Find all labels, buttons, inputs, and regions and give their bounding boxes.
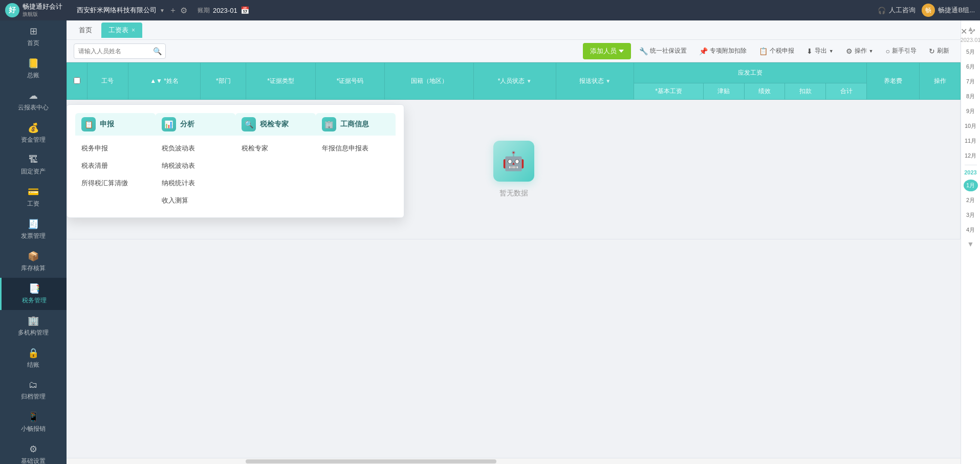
sidebar-item-inventory[interactable]: 📦 库存核算 [0, 246, 67, 278]
sidebar-item-cloud[interactable]: ☁ 云报表中心 [0, 85, 67, 117]
sidebar-item-basic[interactable]: ⚙ 基础设置 [0, 438, 67, 464]
search-input[interactable] [78, 48, 150, 55]
right-panel-down-arrow[interactable]: ▼ [965, 238, 976, 250]
month-6[interactable]: 6月 [961, 60, 980, 74]
sidebar-item-xiaochang[interactable]: 📱 小畅报销 [0, 406, 67, 438]
top-bar: 好 畅捷通好会计 旗舰版 西安虾米网络科技有限公司 ▼ ＋ ⚙ 账期 2023-… [0, 0, 980, 20]
user-name: 畅捷通B组... [938, 6, 975, 15]
send-status-filter-icon[interactable]: ▼ [605, 78, 611, 84]
col-header-deduction: 扣款 [785, 83, 826, 100]
month-10[interactable]: 10月 [961, 119, 980, 133]
search-icon[interactable]: 🔍 [153, 47, 162, 55]
sidebar-item-invoice[interactable]: 🧾 发票管理 [0, 213, 67, 246]
month-5[interactable]: 5月 [961, 45, 980, 59]
export-button[interactable]: ⬇ 导出 ▼ [802, 43, 838, 59]
category-fenxi: 📊 分析 税负波动表 纳税波动表 纳税统计表 收入测算 [156, 113, 236, 209]
operation-button[interactable]: ⚙ 操作 ▼ [842, 43, 878, 59]
sidebar-item-close[interactable]: 🔒 结账 [0, 342, 67, 374]
sidebar-label-xiaochang: 小畅报销 [21, 425, 46, 433]
month-7[interactable]: 7月 [961, 75, 980, 89]
category-shuijian-header: 🔍 税检专家 [235, 113, 316, 136]
month-11[interactable]: 11月 [961, 134, 980, 148]
scrollbar-thumb[interactable] [246, 459, 496, 463]
item-tax-table-list[interactable]: 税表清册 [75, 157, 156, 174]
item-annual-report[interactable]: 年报信息申报表 [316, 140, 396, 157]
item-income-estimate[interactable]: 收入测算 [156, 192, 236, 209]
tax-return-label: 个税申报 [770, 47, 794, 55]
social-insurance-button[interactable]: 🔧 统一社保设置 [635, 43, 691, 59]
search-wrap[interactable]: 🔍 [74, 43, 166, 59]
sidebar-item-assets[interactable]: 🏗 固定资产 [0, 149, 67, 181]
sidebar-item-salary[interactable]: 💳 工资 [0, 181, 67, 213]
month-9[interactable]: 9月 [961, 104, 980, 118]
company-name: 西安虾米网络科技有限公司 [77, 6, 157, 15]
category-gongshang-header: 🏢 工商信息 [316, 113, 396, 136]
item-tax-declaration[interactable]: 税务申报 [75, 140, 156, 157]
sidebar-item-multi[interactable]: 🏢 多机构管理 [0, 310, 67, 342]
user-menu[interactable]: 畅 畅捷通B组... [922, 4, 975, 17]
horizontal-scrollbar[interactable] [67, 458, 961, 464]
operation-dropdown-icon: ▼ [869, 49, 874, 54]
salary-icon: 💳 [28, 186, 39, 197]
period-selector[interactable]: 账期 2023-01 📅 [198, 6, 249, 15]
col-header-allowance: 津贴 [703, 83, 744, 100]
sidebar-item-fund[interactable]: 💰 资金管理 [0, 117, 67, 149]
toolbar-right: 添加人员 🔧 统一社保设置 📌 专项附加扣除 📋 个税申报 ⬇ 导 [583, 43, 953, 59]
col-header-checkbox[interactable] [67, 63, 88, 100]
sidebar: ⊞ 首页 📒 总账 ☁ 云报表中心 💰 资金管理 🏗 固定资产 💳 工资 🧾 发… [0, 20, 67, 464]
refresh-button[interactable]: ↻ 刷新 [925, 43, 953, 59]
sidebar-item-tax[interactable]: 📑 税务管理 [0, 278, 67, 310]
item-tax-payment-table[interactable]: 纳税波动表 [156, 157, 236, 174]
fund-icon: 💰 [28, 122, 39, 134]
special-deduction-label: 专项附加扣除 [710, 47, 747, 55]
ledger-icon: 📒 [28, 58, 39, 69]
tab-home[interactable]: 首页 [72, 23, 99, 38]
right-panel-separator [965, 165, 977, 165]
main-content: 首页 工资表 × 🔍 添加人员 🔧 统一社保设置 [67, 20, 961, 464]
add-person-button[interactable]: 添加人员 [583, 43, 631, 59]
tax-return-button[interactable]: 📋 个税申报 [755, 43, 798, 59]
special-deduction-button[interactable]: 📌 专项附加扣除 [695, 43, 751, 59]
export-icon: ⬇ [807, 47, 813, 55]
maximize-icon[interactable]: ⤢ [969, 27, 976, 36]
headset-icon: 🎧 [878, 7, 886, 14]
col-header-base-salary: *基本工资 [634, 83, 704, 100]
social-icon: 🔧 [639, 47, 648, 55]
company-selector[interactable]: 西安虾米网络科技有限公司 ▼ [77, 6, 165, 15]
refresh-icon: ↻ [929, 47, 935, 55]
tab-close-button[interactable]: × [132, 27, 135, 34]
deduction-icon: 📌 [699, 47, 708, 55]
month-2[interactable]: 2月 [961, 193, 980, 207]
item-tax-expert[interactable]: 税检专家 [235, 140, 316, 157]
month-4[interactable]: 4月 [961, 223, 980, 237]
home-icon: ⊞ [30, 26, 37, 37]
month-3[interactable]: 3月 [961, 208, 980, 222]
company-settings-button[interactable]: ⚙ [180, 6, 187, 15]
sidebar-label-salary: 工资 [27, 200, 39, 208]
sidebar-label-close: 结账 [27, 361, 39, 369]
category-gongshang: 🏢 工商信息 年报信息申报表 [316, 113, 396, 209]
right-panel: ▲ 2023.01 5月 6月 7月 8月 9月 10月 11月 12月 202… [961, 20, 980, 464]
close-tab-icon[interactable]: ✕ [961, 27, 967, 36]
item-tax-burden-table[interactable]: 税负波动表 [156, 140, 236, 157]
status-filter-icon[interactable]: ▼ [527, 78, 532, 84]
col-header-id: 工号 [88, 63, 128, 100]
select-all-checkbox[interactable] [74, 77, 80, 84]
add-company-button[interactable]: ＋ [169, 5, 177, 16]
category-fenxi-header: 📊 分析 [156, 113, 236, 136]
sidebar-item-ledger[interactable]: 📒 总账 [0, 53, 67, 85]
col-header-name: ▲▼ *姓名 [128, 63, 201, 100]
tab-salary-table[interactable]: 工资表 × [101, 23, 142, 38]
month-1-active[interactable]: 1月 [964, 180, 978, 191]
month-12[interactable]: 12月 [961, 149, 980, 163]
item-income-tax-settle[interactable]: 所得税汇算清缴 [75, 174, 156, 192]
support-button[interactable]: 🎧 人工咨询 [878, 6, 916, 15]
month-8[interactable]: 8月 [961, 90, 980, 103]
item-tax-stat-table[interactable]: 纳税统计表 [156, 174, 236, 192]
sidebar-item-home[interactable]: ⊞ 首页 [0, 20, 67, 53]
calendar-icon[interactable]: 📅 [241, 6, 249, 14]
sidebar-label-inventory: 库存核算 [21, 264, 46, 273]
guide-button[interactable]: ○ 新手引导 [882, 43, 921, 59]
sidebar-item-archive[interactable]: 🗂 归档管理 [0, 374, 67, 406]
company-dropdown-icon[interactable]: ▼ [160, 8, 165, 13]
